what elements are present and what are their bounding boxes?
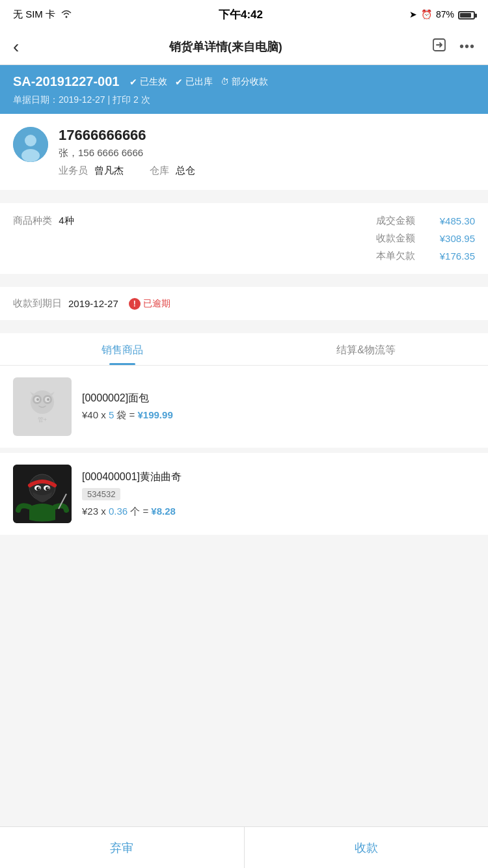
- salesperson-info: 业务员 曾凡杰: [59, 165, 124, 177]
- product-qty-1: 5: [109, 409, 114, 420]
- warehouse-label: 仓库: [150, 165, 169, 176]
- tab-sales-label: 销售商品: [102, 344, 143, 355]
- order-id: SA-20191227-001: [13, 74, 119, 89]
- product-thumbnail-1: 管+: [13, 377, 72, 436]
- product-card: 管+ [0000002]面包 ¥40 x 5 袋 = ¥199.99: [0, 366, 488, 448]
- svg-point-17: [46, 487, 49, 491]
- header-doc-date: 单据日期：2019-12-27 | 打印 2 次: [13, 94, 475, 106]
- received-label: 收款金额: [376, 232, 415, 245]
- share-icon[interactable]: [432, 38, 446, 56]
- overdue-badge: ! 已逾期: [129, 298, 170, 310]
- customer-section: 17666666666 张，156 6666 6666 业务员 曾凡杰 仓库 总…: [0, 114, 488, 190]
- product-info-1: [0000002]面包 ¥40 x 5 袋 = ¥199.99: [82, 392, 475, 422]
- svg-point-9: [36, 398, 39, 401]
- clock-icon: ⏱: [221, 77, 229, 87]
- warehouse-info: 仓库 总仓: [150, 165, 195, 177]
- customer-phone: 17666666666: [59, 127, 475, 144]
- svg-point-19: [47, 487, 49, 489]
- alarm-icon: ⏰: [421, 9, 432, 20]
- product-name-2: [000400001]黄油曲奇: [82, 470, 475, 484]
- cancel-label: 弃审: [110, 840, 133, 856]
- product-multiply-2: x: [101, 506, 109, 517]
- product-type-label: 商品种类: [13, 215, 52, 226]
- product-card: [000400001]黄油曲奇 534532 ¥23 x 0.36 个 = ¥8…: [0, 453, 488, 535]
- divider-1: [0, 190, 488, 197]
- status-badge-effective: ✔ 已生效: [129, 76, 167, 88]
- amount-label: 成交金额: [376, 215, 415, 227]
- product-type-info: 商品种类 4种: [13, 215, 74, 227]
- svg-point-16: [36, 487, 40, 491]
- product-price-2: ¥23 x 0.36 个 = ¥8.28: [82, 506, 475, 518]
- due-date-value: 2019-12-27: [68, 298, 118, 309]
- product-unit-1: 袋: [116, 409, 126, 420]
- check-icon-2: ✔: [175, 77, 183, 87]
- amount-value: ¥485.30: [423, 215, 475, 226]
- status-left: 无 SIM 卡: [13, 8, 72, 21]
- back-button[interactable]: ‹: [13, 36, 19, 57]
- tabs-row: 销售商品 结算&物流等: [0, 333, 488, 365]
- check-icon-1: ✔: [129, 77, 137, 87]
- avatar: [13, 127, 48, 162]
- received-value: ¥308.95: [423, 233, 475, 244]
- debt-value: ¥176.35: [423, 251, 475, 262]
- received-row: 收款金额 ¥308.95: [376, 232, 475, 245]
- due-date-section: 收款到期日 2019-12-27 ! 已逾期: [0, 287, 488, 320]
- summary-section: 商品种类 4种 成交金额 ¥485.30 收款金额 ¥308.95 本单欠款 ¥…: [0, 203, 488, 274]
- carrier-text: 无 SIM 卡: [13, 8, 55, 21]
- header-banner: SA-20191227-001 ✔ 已生效 ✔ 已出库 ⏱ 部分收款 单据日期：…: [0, 65, 488, 114]
- debt-label: 本单欠款: [376, 250, 415, 262]
- overdue-dot-icon: !: [129, 298, 141, 310]
- product-unit-2: 个: [130, 506, 140, 517]
- page-title: 销货单详情(来自电脑): [169, 39, 282, 55]
- battery-percent: 87%: [436, 9, 454, 20]
- product-total-2: ¥8.28: [151, 506, 176, 517]
- svg-point-10: [47, 398, 49, 401]
- tab-billing-logistics[interactable]: 结算&物流等: [244, 333, 488, 365]
- product-type-count: 4种: [59, 215, 74, 226]
- bottom-bar: 弃审 收款: [0, 826, 488, 868]
- product-info-2: [000400001]黄油曲奇 534532 ¥23 x 0.36 个 = ¥8…: [82, 470, 475, 518]
- back-icon: ‹: [13, 36, 19, 57]
- product-unit-price-1: ¥40: [82, 409, 98, 420]
- salesperson-value: 曾凡杰: [94, 165, 124, 176]
- collect-label: 收款: [355, 840, 378, 856]
- customer-info: 17666666666 张，156 6666 6666 业务员 曾凡杰 仓库 总…: [59, 127, 475, 177]
- salesperson-label: 业务员: [59, 165, 88, 176]
- product-equals-1: =: [129, 409, 138, 420]
- product-sku-2: 534532: [82, 488, 120, 500]
- product-equals-2: =: [142, 506, 151, 517]
- tab-billing-label: 结算&物流等: [336, 344, 396, 355]
- product-name-1: [0000002]面包: [82, 392, 475, 405]
- status-right: ➤ ⏰ 87%: [409, 9, 475, 20]
- warehouse-value: 总仓: [176, 165, 195, 176]
- cancel-review-button[interactable]: 弃审: [0, 827, 245, 868]
- collect-payment-button[interactable]: 收款: [245, 827, 489, 868]
- products-section: 管+ [0000002]面包 ¥40 x 5 袋 = ¥199.99: [0, 366, 488, 588]
- summary-amounts: 成交金额 ¥485.30 收款金额 ¥308.95 本单欠款 ¥176.35: [376, 215, 475, 262]
- product-price-1: ¥40 x 5 袋 = ¥199.99: [82, 409, 475, 422]
- product-total-1: ¥199.99: [138, 409, 173, 420]
- amount-row: 成交金额 ¥485.30: [376, 215, 475, 227]
- divider-3: [0, 320, 488, 327]
- bottom-spacer: [0, 540, 488, 588]
- wifi-icon: [61, 9, 72, 20]
- due-label: 收款到期日: [13, 297, 62, 310]
- svg-point-3: [21, 149, 40, 162]
- product-qty-2: 0.36: [109, 506, 128, 517]
- status-time: 下午4:42: [219, 7, 263, 22]
- svg-text:管+: 管+: [38, 416, 47, 423]
- svg-point-18: [38, 487, 40, 489]
- tab-sales-products[interactable]: 销售商品: [0, 333, 244, 365]
- divider-2: [0, 274, 488, 280]
- nav-actions: •••: [432, 38, 475, 56]
- product-multiply-1: x: [101, 409, 109, 420]
- product-unit-price-2: ¥23: [82, 506, 98, 517]
- nav-bar: ‹ 销货单详情(来自电脑) •••: [0, 29, 488, 65]
- svg-point-2: [25, 135, 36, 146]
- overdue-text: 已逾期: [143, 298, 170, 310]
- status-bar: 无 SIM 卡 下午4:42 ➤ ⏰ 87%: [0, 0, 488, 29]
- more-icon[interactable]: •••: [459, 39, 475, 54]
- customer-meta: 业务员 曾凡杰 仓库 总仓: [59, 165, 475, 177]
- status-badges: ✔ 已生效 ✔ 已出库 ⏱ 部分收款: [129, 76, 268, 88]
- battery-icon: [458, 9, 475, 20]
